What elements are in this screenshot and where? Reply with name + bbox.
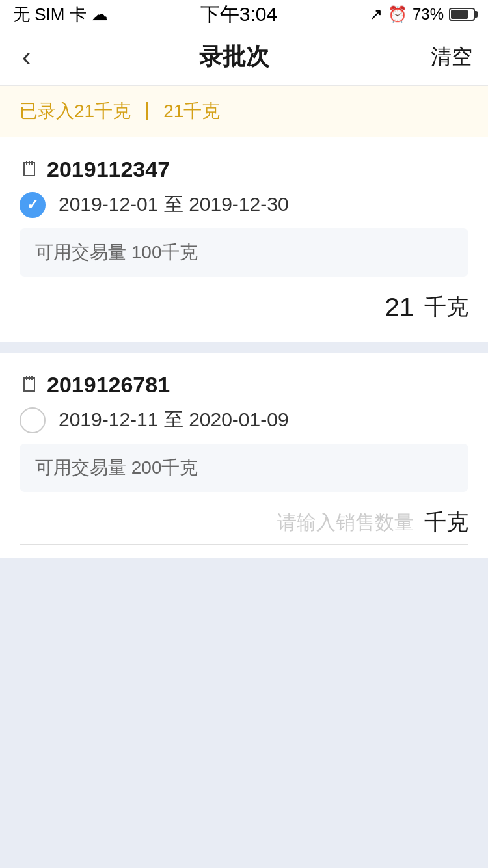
batch-2-card: 🗒 2019126781 2019-12-11 至 2020-01-09 可用交… — [0, 353, 488, 558]
recorded-label: 已录入21千克 — [20, 99, 131, 124]
batch-2-date-row[interactable]: 2019-12-11 至 2020-01-09 — [20, 407, 468, 433]
info-banner: 已录入21千克 21千克 — [0, 86, 488, 137]
batch-1-quantity-input[interactable] — [336, 293, 414, 322]
status-time: 下午3:04 — [200, 1, 277, 28]
batch-1-id-row: 🗒 2019112347 — [20, 157, 468, 182]
clear-button[interactable]: 清空 — [431, 43, 472, 72]
recorded-value: 21千克 — [163, 99, 220, 124]
batch-1-date: 2019-12-01 至 2019-12-30 — [59, 191, 289, 218]
status-left: 无 SIM 卡 ☁ — [13, 3, 108, 26]
batch-2-id-row: 🗒 2019126781 — [20, 372, 468, 398]
page-title: 录批次 — [199, 41, 269, 73]
batch-1-radio[interactable] — [20, 192, 46, 218]
status-right: ↗ ⏰ 73% — [370, 5, 475, 23]
batch-2-icon: 🗒 — [20, 373, 40, 397]
batch-1-unit: 千克 — [424, 292, 468, 322]
status-bar: 无 SIM 卡 ☁ 下午3:04 ↗ ⏰ 73% — [0, 0, 488, 29]
batch-2-available: 可用交易量 200千克 — [20, 444, 468, 492]
batch-1-id: 2019112347 — [47, 157, 170, 182]
nav-bar: ‹ 录批次 清空 — [0, 29, 488, 86]
batch-1-available: 可用交易量 100千克 — [20, 228, 468, 277]
batch-2-date: 2019-12-11 至 2020-01-09 — [59, 407, 289, 433]
batch-2-radio[interactable] — [20, 407, 46, 433]
location-icon: ↗ — [370, 5, 383, 23]
batch-2-unit: 千克 — [424, 508, 468, 537]
empty-area — [0, 558, 488, 868]
alarm-icon: ⏰ — [388, 5, 407, 23]
batch-2-underline — [20, 544, 468, 545]
batch-1-icon: 🗒 — [20, 157, 40, 182]
signal-text: 无 SIM 卡 ☁ — [13, 3, 108, 26]
back-button[interactable]: ‹ — [16, 36, 37, 78]
batch-2-id: 2019126781 — [47, 372, 170, 398]
divider — [146, 102, 148, 120]
batch-1-card: 🗒 2019112347 2019-12-01 至 2019-12-30 可用交… — [0, 137, 488, 342]
battery-icon — [449, 8, 475, 21]
batch-2-quantity-input[interactable] — [258, 511, 414, 534]
battery-percent: 73% — [413, 5, 444, 23]
batch-1-date-row[interactable]: 2019-12-01 至 2019-12-30 — [20, 191, 468, 218]
batch-1-quantity-row: 千克 — [0, 277, 488, 322]
section-separator-1 — [0, 342, 488, 353]
batch-2-quantity-row: 千克 — [0, 492, 488, 537]
batch-1-underline — [20, 329, 468, 329]
